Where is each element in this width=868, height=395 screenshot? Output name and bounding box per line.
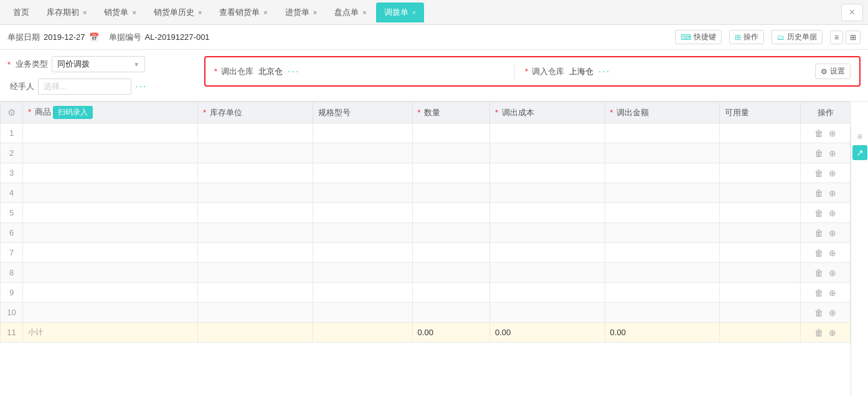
row-3-goods-cell[interactable]: [23, 163, 198, 183]
tab-view-sales-close[interactable]: ×: [263, 9, 267, 16]
row-7-unit-cell[interactable]: [198, 243, 313, 263]
row-11-copy-icon[interactable]: ⊕: [829, 328, 836, 338]
row-3-spec-cell[interactable]: [313, 163, 412, 183]
tab-purchase-close[interactable]: ×: [313, 9, 317, 16]
row-5-copy-icon[interactable]: ⊕: [829, 208, 836, 218]
sidebar-list-icon[interactable]: ≡: [852, 129, 867, 144]
row-2-unit-cell[interactable]: [198, 143, 313, 163]
row-7-qty-cell[interactable]: [412, 243, 489, 263]
row-9-goods-cell[interactable]: [23, 283, 198, 303]
row-10-cost-cell[interactable]: [489, 303, 605, 323]
row-9-copy-icon[interactable]: ⊕: [829, 288, 836, 298]
row-6-cost-cell[interactable]: [489, 223, 605, 243]
row-1-qty-cell[interactable]: [412, 123, 489, 143]
tab-sales[interactable]: 销货单 ×: [96, 2, 144, 22]
row-4-spec-cell[interactable]: [313, 183, 412, 203]
shortcut-btn[interactable]: ⌨ 快捷键: [675, 30, 722, 44]
row-2-copy-icon[interactable]: ⊕: [829, 148, 836, 158]
row-7-amount-cell[interactable]: [605, 243, 720, 263]
row-8-goods-cell[interactable]: [23, 263, 198, 283]
tab-inventory[interactable]: 盘点单 ×: [326, 2, 374, 22]
row-2-qty-cell[interactable]: [412, 143, 489, 163]
scan-button[interactable]: 扫码录入: [53, 106, 93, 119]
row-6-goods-cell[interactable]: [23, 223, 198, 243]
row-4-goods-cell[interactable]: [23, 183, 198, 203]
row-8-cost-cell[interactable]: [489, 263, 605, 283]
row-6-amount-cell[interactable]: [605, 223, 720, 243]
row-9-delete-icon[interactable]: 🗑: [814, 288, 823, 298]
row-10-amount-cell[interactable]: [605, 303, 720, 323]
row-2-spec-cell[interactable]: [313, 143, 412, 163]
row-3-cost-cell[interactable]: [489, 163, 605, 183]
warehouse-in-more-icon[interactable]: ···: [598, 66, 610, 77]
row-2-amount-cell[interactable]: [605, 143, 720, 163]
row-3-unit-cell[interactable]: [198, 163, 313, 183]
row-4-copy-icon[interactable]: ⊕: [829, 188, 836, 198]
row-10-spec-cell[interactable]: [313, 303, 412, 323]
row-1-delete-icon[interactable]: 🗑: [814, 128, 823, 138]
tab-close-all[interactable]: ×: [841, 4, 863, 21]
row-2-delete-icon[interactable]: 🗑: [814, 148, 823, 158]
tab-home[interactable]: 首页: [5, 2, 37, 22]
row-4-amount-cell[interactable]: [605, 183, 720, 203]
row-6-copy-icon[interactable]: ⊕: [829, 228, 836, 238]
row-1-cost-cell[interactable]: [489, 123, 605, 143]
row-2-cost-cell[interactable]: [489, 143, 605, 163]
row-8-delete-icon[interactable]: 🗑: [814, 268, 823, 278]
row-4-qty-cell[interactable]: [412, 183, 489, 203]
business-type-select[interactable]: 同价调拨 ▼: [52, 56, 145, 72]
tab-transfer[interactable]: 调拨单 ×: [376, 2, 424, 22]
row-10-delete-icon[interactable]: 🗑: [814, 308, 823, 318]
row-4-cost-cell[interactable]: [489, 183, 605, 203]
sidebar-export-icon[interactable]: ↗: [852, 145, 867, 160]
row-9-qty-cell[interactable]: [412, 283, 489, 303]
row-3-qty-cell[interactable]: [412, 163, 489, 183]
row-1-copy-icon[interactable]: ⊕: [829, 128, 836, 138]
row-6-delete-icon[interactable]: 🗑: [814, 228, 823, 238]
row-3-amount-cell[interactable]: [605, 163, 720, 183]
row-8-unit-cell[interactable]: [198, 263, 313, 283]
row-8-spec-cell[interactable]: [313, 263, 412, 283]
row-9-amount-cell[interactable]: [605, 283, 720, 303]
row-5-amount-cell[interactable]: [605, 203, 720, 223]
row-4-unit-cell[interactable]: [198, 183, 313, 203]
row-6-qty-cell[interactable]: [412, 223, 489, 243]
row-7-delete-icon[interactable]: 🗑: [814, 248, 823, 258]
row-1-amount-cell[interactable]: [605, 123, 720, 143]
person-select[interactable]: 选择...: [38, 79, 131, 95]
row-6-unit-cell[interactable]: [198, 223, 313, 243]
row-1-unit-cell[interactable]: [198, 123, 313, 143]
history-btn[interactable]: 🗂 历史单据: [771, 30, 823, 44]
grid-view-btn[interactable]: ⊞: [846, 31, 861, 44]
warehouse-out-more-icon[interactable]: ···: [288, 66, 300, 77]
row-7-spec-cell[interactable]: [313, 243, 412, 263]
row-10-qty-cell[interactable]: [412, 303, 489, 323]
table-settings-icon[interactable]: ⚙: [7, 107, 16, 118]
row-9-unit-cell[interactable]: [198, 283, 313, 303]
tab-view-sales[interactable]: 查看销货单 ×: [211, 2, 275, 22]
tab-sales-history[interactable]: 销货单历史 ×: [146, 2, 210, 22]
row-11-delete-icon[interactable]: 🗑: [814, 328, 823, 338]
tab-sales-history-close[interactable]: ×: [198, 9, 202, 16]
list-view-btn[interactable]: ≡: [830, 31, 843, 44]
row-5-unit-cell[interactable]: [198, 203, 313, 223]
tab-inventory-close[interactable]: ×: [362, 9, 366, 16]
tab-purchase[interactable]: 进货单 ×: [277, 2, 325, 22]
row-8-copy-icon[interactable]: ⊕: [829, 268, 836, 278]
row-3-copy-icon[interactable]: ⊕: [829, 168, 836, 178]
tab-inventory-init[interactable]: 库存期初 ×: [39, 2, 95, 22]
row-2-goods-cell[interactable]: [23, 143, 198, 163]
operation-btn[interactable]: ⊞ 操作: [729, 30, 764, 44]
row-1-goods-cell[interactable]: [23, 123, 198, 143]
row-7-cost-cell[interactable]: [489, 243, 605, 263]
row-10-unit-cell[interactable]: [198, 303, 313, 323]
calendar-icon[interactable]: 📅: [89, 32, 99, 42]
row-8-qty-cell[interactable]: [412, 263, 489, 283]
row-7-copy-icon[interactable]: ⊕: [829, 248, 836, 258]
row-10-copy-icon[interactable]: ⊕: [829, 308, 836, 318]
row-1-spec-cell[interactable]: [313, 123, 412, 143]
th-settings[interactable]: ⚙: [1, 102, 23, 123]
row-5-delete-icon[interactable]: 🗑: [814, 208, 823, 218]
row-10-goods-cell[interactable]: [23, 303, 198, 323]
settings-button[interactable]: ⚙ 设置: [815, 64, 851, 79]
